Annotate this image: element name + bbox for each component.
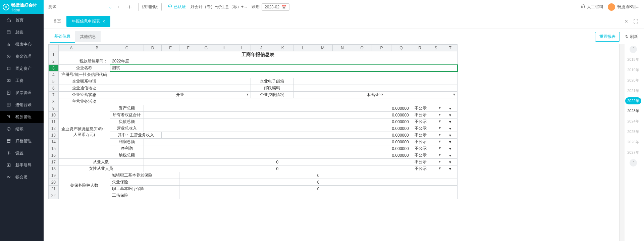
- row-4[interactable]: 4: [49, 71, 59, 78]
- col-A[interactable]: A: [58, 45, 84, 51]
- year-2027[interactable]: 2027年: [627, 149, 639, 156]
- holding-select[interactable]: 私营企业: [293, 92, 458, 98]
- email-cell[interactable]: [293, 78, 458, 85]
- row-17[interactable]: 17: [49, 159, 59, 165]
- support-button[interactable]: 人工咨询: [581, 4, 603, 10]
- col-D[interactable]: D: [144, 45, 162, 51]
- nav-psi[interactable]: 进销台账: [0, 99, 44, 111]
- main-biz-cell[interactable]: [110, 98, 458, 105]
- svg-rect-13: [582, 7, 582, 8]
- total-assets-cell[interactable]: 0.000000: [144, 105, 411, 112]
- subtab-other[interactable]: 其他信息: [75, 31, 101, 42]
- status-select[interactable]: 开业: [110, 92, 251, 98]
- vertical-scrollbar[interactable]: [619, 44, 625, 241]
- col-R[interactable]: R: [411, 45, 429, 51]
- col-Q[interactable]: Q: [391, 45, 411, 51]
- row-20[interactable]: 20: [49, 179, 59, 186]
- nav-ledger[interactable]: 总账: [0, 26, 44, 38]
- company-settings-button[interactable]: [125, 3, 133, 11]
- year-up-button[interactable]: ˄: [630, 46, 637, 53]
- nav-assets[interactable]: 固定资产: [0, 62, 44, 75]
- row-8[interactable]: 8: [49, 98, 59, 105]
- close-icon[interactable]: ×: [103, 19, 105, 24]
- nav-guide[interactable]: 新手引导: [0, 159, 44, 171]
- year-2021[interactable]: 2021年: [627, 87, 639, 95]
- row-13[interactable]: 13: [49, 132, 59, 139]
- nav-reports[interactable]: 报表中心: [0, 38, 44, 50]
- reg-no-cell[interactable]: [110, 71, 458, 78]
- row-7[interactable]: 7: [49, 92, 59, 98]
- row-11[interactable]: 11: [49, 118, 59, 125]
- col-B[interactable]: B: [84, 45, 110, 51]
- col-C[interactable]: C: [110, 45, 144, 51]
- year-2024[interactable]: 2024年: [627, 117, 639, 125]
- row-15[interactable]: 15: [49, 145, 59, 152]
- col-O[interactable]: O: [352, 45, 372, 51]
- period-select[interactable]: 2023-02📅: [262, 3, 289, 11]
- nav-settings[interactable]: 设置: [0, 147, 44, 159]
- row-16[interactable]: 16: [49, 152, 59, 159]
- col-F[interactable]: F: [179, 45, 197, 51]
- year-2018[interactable]: 2018年: [627, 56, 639, 63]
- row-2[interactable]: 2: [49, 58, 59, 65]
- phone-cell[interactable]: [110, 78, 251, 85]
- col-M[interactable]: M: [313, 45, 332, 51]
- row-22[interactable]: 22: [49, 192, 59, 199]
- row-21[interactable]: 21: [49, 186, 59, 192]
- year-2019[interactable]: 2019年: [627, 66, 639, 74]
- year-2026[interactable]: 2026年: [627, 138, 639, 146]
- zip-cell[interactable]: [293, 85, 458, 92]
- col-G[interactable]: G: [197, 45, 215, 51]
- year-2025[interactable]: 2025年: [627, 128, 639, 136]
- tab-annual-report[interactable]: 年报信息申报表×: [66, 16, 110, 27]
- subtab-basic[interactable]: 基础信息: [50, 31, 75, 43]
- nav-close[interactable]: 结账: [0, 123, 44, 135]
- row-19[interactable]: 19: [49, 172, 59, 179]
- col-S[interactable]: S: [429, 45, 443, 51]
- add-company-button[interactable]: ＋: [115, 3, 123, 11]
- col-E[interactable]: E: [162, 45, 179, 51]
- col-N[interactable]: N: [332, 45, 352, 51]
- row-12[interactable]: 12: [49, 125, 59, 132]
- refresh-button[interactable]: ↻刷新: [625, 34, 638, 40]
- year-2022[interactable]: 2022年: [625, 97, 641, 104]
- nav-home[interactable]: 首页: [0, 14, 44, 26]
- nav-vip[interactable]: 畅会员: [0, 171, 44, 183]
- row-10[interactable]: 10: [49, 112, 59, 118]
- period-value-cell[interactable]: 2022年度: [110, 58, 458, 65]
- col-K[interactable]: K: [272, 45, 293, 51]
- nav-archive[interactable]: 归档管理: [0, 135, 44, 147]
- nav-tax[interactable]: 税务管理: [0, 111, 44, 123]
- corner-cell[interactable]: [49, 45, 59, 51]
- close-all-tabs-button[interactable]: ×: [622, 17, 631, 26]
- publish-select[interactable]: 不公示: [411, 105, 443, 112]
- col-I[interactable]: I: [233, 45, 251, 51]
- row-14[interactable]: 14: [49, 139, 59, 145]
- row-5[interactable]: 5: [49, 78, 59, 85]
- company-select[interactable]: 测试 ⌄: [48, 3, 112, 11]
- nav-invoice[interactable]: 发票管理: [0, 87, 44, 99]
- reset-report-button[interactable]: 重置报表: [595, 32, 620, 42]
- col-T[interactable]: T: [443, 45, 458, 51]
- col-L[interactable]: L: [293, 45, 313, 51]
- company-name-cell[interactable]: 测试: [110, 65, 458, 71]
- col-P[interactable]: P: [372, 45, 391, 51]
- switch-old-button[interactable]: 切到旧版: [138, 3, 162, 11]
- avatar[interactable]: [608, 3, 615, 11]
- year-2023[interactable]: 2023年: [627, 107, 639, 115]
- tab-home[interactable]: 首页: [48, 16, 66, 27]
- row-9[interactable]: 9: [49, 105, 59, 112]
- year-2020[interactable]: 2020年: [627, 77, 639, 84]
- spreadsheet[interactable]: A B C D E F G H I J K L M N O: [48, 44, 619, 241]
- fullscreen-button[interactable]: ⛶: [631, 17, 640, 26]
- address-cell[interactable]: [110, 85, 251, 92]
- row-1[interactable]: 1: [49, 51, 59, 58]
- row-18[interactable]: 18: [49, 165, 59, 172]
- col-J[interactable]: J: [251, 45, 272, 51]
- nav-funds[interactable]: 资金管理: [0, 50, 44, 62]
- row-6[interactable]: 6: [49, 85, 59, 92]
- col-H[interactable]: H: [215, 45, 233, 51]
- row-3[interactable]: 3: [49, 65, 59, 71]
- nav-salary[interactable]: 工资: [0, 75, 44, 87]
- year-down-button[interactable]: ˅: [630, 159, 637, 166]
